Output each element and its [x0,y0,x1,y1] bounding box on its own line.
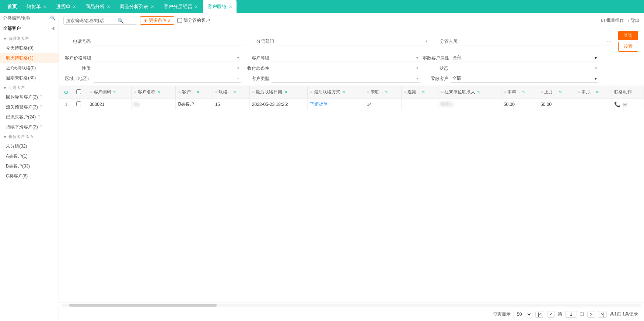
sort-icon-overdue: ⇅ [422,90,425,94]
gender-select[interactable]: ▾ [93,64,241,72]
th-settings[interactable]: ⚙ [59,86,74,99]
retail-attr-label: 零散客户属性 [423,55,449,61]
th-overdue[interactable]: ≡ 逾期... ⇅ [401,86,438,99]
last-contact-link[interactable]: 下销货单 [310,101,328,107]
td-last-contact-method[interactable]: 下销货单 [308,99,364,110]
sort-icon-code: ⇅ [113,90,116,94]
close-product-analysis[interactable]: ✕ [107,4,110,9]
customer-type-select[interactable]: ▾ [272,75,419,83]
nav-product-analysis[interactable]: 商品分析 ✕ [81,0,115,13]
nav-sales-order[interactable]: 销货单 ✕ [22,0,51,13]
th-contact-count[interactable]: ≡ 联络... ⇅ [213,86,249,99]
my-customers-checkbox-wrap[interactable]: 我分管的客户 [177,17,210,24]
phone-input[interactable] [93,37,245,45]
nav-product-analysis-list[interactable]: 商品分析列表 ✕ [115,0,158,13]
help-icon-3: ? [38,114,41,120]
sidebar-tomorrow-contact[interactable]: 明天待联络(1) [0,53,59,63]
page-suffix: 页 [580,311,584,317]
page-input[interactable] [565,311,577,318]
nav-purchase-order[interactable]: 进货单 ✕ [52,0,80,13]
region-select[interactable]: ··· [94,75,241,83]
status-select[interactable]: ▾ [451,64,598,72]
next-page-btn[interactable]: > [587,311,595,318]
row-checkbox[interactable] [76,101,81,106]
th-uncontacted[interactable]: ≡ 未联... ⇅ [364,86,401,99]
retail-customer-select[interactable]: 全部 ▾ [451,75,598,83]
payment-label: 收付款条件 [244,65,269,72]
per-page-select[interactable]: 50 100 200 [514,311,532,318]
sidebar-lost-risk[interactable]: 流失预警客户(3) ? [0,102,59,112]
region-filter: 区域（地区） ··· [65,75,241,83]
th-customer-name[interactable]: ≡ 客户名称 ⇅ [132,86,176,99]
close-sales-order[interactable]: ✕ [43,4,46,9]
close-purchase-order[interactable]: ✕ [73,4,76,9]
phone-label: 电话号码 [65,38,91,45]
th-company-contact[interactable]: ≡ 往来单位联系人 ⇅ [438,86,501,99]
retail-attr-select[interactable]: 全部 ▾ [451,54,598,62]
scroll-track[interactable] [62,304,641,307]
search-input[interactable] [66,18,118,23]
nav-customer-contact[interactable]: 客户联络 ✕ [203,0,237,13]
td-checkbox[interactable] [74,99,87,110]
search-input-wrap: 🔍 [63,17,137,25]
th-last-month[interactable]: ≡ 上月... ⇅ [538,86,575,99]
set-btn[interactable]: 设置 [618,42,638,52]
select-all-checkbox[interactable] [76,89,81,94]
search-submit-icon[interactable]: 🔍 [118,18,124,24]
customer-level-select[interactable]: ▾ [272,54,419,62]
last-page-btn[interactable]: >| [598,311,607,318]
phone-action-icon[interactable]: 📞 [614,101,620,107]
customer-table-wrap: ⚙ ≡ 客户编码 ⇅ ≡ 客户名称 ⇅ ≡ 客户... ⇅ ≡ 联络... ⇅ … [59,86,644,303]
th-this-year[interactable]: ≡ 本年... ⇅ [501,86,538,99]
collapse-icon[interactable]: ≪ [51,26,56,31]
query-btn[interactable]: 查询 [618,31,638,40]
edit-icon[interactable]: ✎ [30,134,34,139]
export-btn[interactable]: ↑ 导出 [627,17,640,24]
value-customers-group: ▼ 价值客户 ↻ ✎ [0,132,59,141]
my-customers-checkbox[interactable] [177,18,182,23]
sidebar-overdue-contact[interactable]: 逾期未联络(30) [0,73,59,83]
th-customer-code[interactable]: ≡ 客户编码 ⇅ [87,86,132,99]
td-overdue [401,99,438,110]
th-customer-type[interactable]: ≡ 客户... ⇅ [176,86,213,99]
close-customer-contact[interactable]: ✕ [229,4,232,9]
page-prefix: 第 [558,311,562,317]
prev-page-btn[interactable]: < [547,311,555,318]
th-checkbox[interactable] [74,86,87,99]
sidebar-continuous-decline[interactable]: 持续下滑客户(2) ? [0,122,59,132]
sidebar-today-contact[interactable]: 今天待联络(0) [0,43,59,53]
chevron-down-icon-4: ▾ [595,55,597,61]
sidebar-class-a[interactable]: A类客户(1) [0,151,59,161]
price-level-select[interactable]: ▾ [94,54,241,62]
branch-person-select[interactable]: ··· [460,37,612,45]
settings-icon[interactable]: ⚙ [64,89,69,95]
sidebar-class-b[interactable]: B类客户(33) [0,161,59,171]
scroll-thumb[interactable] [69,304,217,307]
sort-icon-type: ⇅ [196,90,199,94]
sidebar-search-icon[interactable]: 🔍 [50,15,56,21]
th-actions: 联络动作 [612,86,644,99]
refresh-icon[interactable]: ↻ [26,134,29,139]
th-last-contact-method[interactable]: ≡ 最后联络方式 ⇅ [308,86,364,99]
close-customer-layering[interactable]: ✕ [195,4,198,9]
sidebar-week-contact[interactable]: 近7天待联络(0) [0,63,59,73]
sidebar-ungrouped[interactable]: 未分组(32) [0,141,59,151]
nav-home[interactable]: 首页 [3,0,21,13]
first-page-btn[interactable]: |< [535,311,544,318]
sidebar-already-lost[interactable]: 已流失客户(24) ? [0,112,59,122]
sidebar-repurchase-abnormal[interactable]: 回购异常客户(2) ? [0,92,59,102]
payment-select[interactable]: ▾ [272,64,419,72]
grid-action-icon[interactable]: ⊞ [623,101,627,107]
branch-dept-select[interactable]: ▾ [276,37,429,45]
nav-customer-layering[interactable]: 客户分层经营 ✕ [159,0,202,13]
th-last-contact-date[interactable]: ≡ 最后联络日期 ⇅ [249,86,307,99]
batch-op-btn[interactable]: ☑ 批量操作 [601,17,624,24]
sidebar-search-input[interactable] [3,15,50,21]
th-this-month[interactable]: ≡ 本月... ⇅ [575,86,612,99]
more-icon-2[interactable]: ··· [235,76,239,81]
chevron-down-icon-2: ▾ [237,56,239,60]
more-conditions-btn[interactable]: ▼ 更多条件 ∧ [140,16,174,25]
close-product-analysis-list[interactable]: ✕ [151,4,154,9]
more-icon[interactable]: ··· [607,39,611,44]
sidebar-class-c[interactable]: C类客户(6) [0,171,59,181]
